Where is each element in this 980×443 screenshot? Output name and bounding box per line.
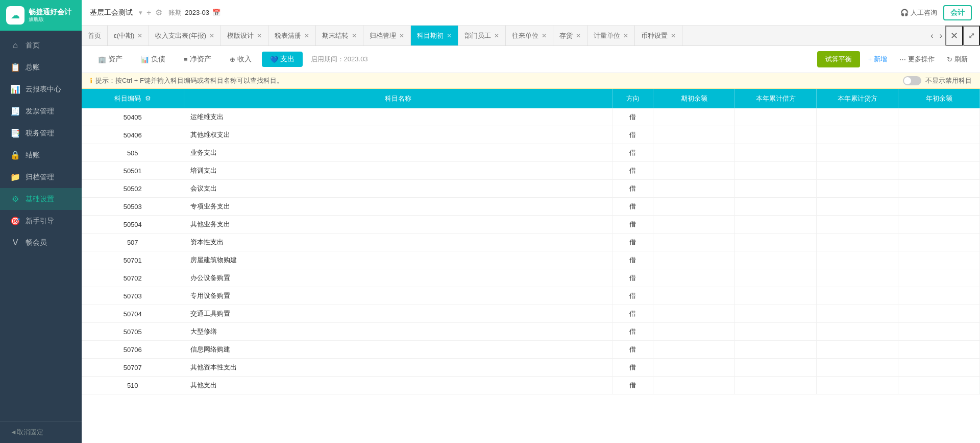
sub-tab-net_asset[interactable]: ≡ 净资产 (176, 52, 219, 67)
table-row[interactable]: 50706 信息网络购建 借 (82, 341, 980, 359)
tab-template[interactable]: 模版设计✕ (221, 26, 268, 46)
col-settings-icon[interactable]: ⚙ (145, 95, 151, 102)
table-row[interactable]: 50504 其他业务支出 借 (82, 216, 980, 234)
collapse-label: ◄取消固定 (10, 428, 43, 437)
main-area: 基层工会测试 ▾ + ⚙ 账期 2023-03 📅 🎧 人工咨询 会计 首页ε(… (82, 0, 980, 443)
tab-prev-btn[interactable]: ‹ (927, 26, 936, 46)
tab-partners[interactable]: 往来单位✕ (506, 26, 553, 46)
table-row[interactable]: 507 资本性支出 借 (82, 234, 980, 251)
cell-debit-2 (735, 144, 817, 162)
table-row[interactable]: 50503 专项业务支出 借 (82, 198, 980, 216)
cell-opening-3 (653, 162, 735, 180)
tab-tax[interactable]: 税表清册✕ (268, 26, 316, 46)
sidebar-item-archives[interactable]: 📁 归档管理 (0, 166, 82, 188)
tab-close-subject_init[interactable]: ✕ (447, 32, 452, 39)
sidebar-item-reports[interactable]: 📊 云报表中心 (0, 78, 82, 100)
tab-unit[interactable]: 计量单位✕ (587, 26, 635, 46)
table-row[interactable]: 50701 房屋建筑物购建 借 (82, 251, 980, 269)
sidebar-item-home[interactable]: ⌂ 首页 (0, 35, 82, 56)
dropdown-icon[interactable]: ▾ (139, 9, 142, 16)
cell-opening-7 (653, 234, 735, 251)
cell-name-4: 会议支出 (184, 180, 612, 198)
tab-stock[interactable]: 存货✕ (553, 26, 587, 46)
table-row[interactable]: 50707 其他资本性支出 借 (82, 359, 980, 377)
tab-close-stock[interactable]: ✕ (576, 32, 581, 39)
sub-tab-expenditure[interactable]: 💙 支出 (262, 52, 303, 67)
table-row[interactable]: 510 其他支出 借 (82, 377, 980, 394)
table-row[interactable]: 50704 交通工具购置 借 (82, 305, 980, 323)
table-row[interactable]: 50705 大型修缮 借 (82, 323, 980, 341)
cell-code-13: 50706 (82, 341, 184, 359)
tab-close-template[interactable]: ✕ (257, 32, 262, 39)
balance-button[interactable]: 试算平衡 (817, 51, 860, 67)
tab-close-currency[interactable]: ✕ (671, 32, 676, 39)
table-row[interactable]: 505 业务支出 借 (82, 144, 980, 162)
cell-name-3: 培训支出 (184, 162, 612, 180)
sidebar-item-guide[interactable]: 🎯 新手引导 (0, 210, 82, 232)
tab-expand-btn[interactable]: ⤢ (963, 26, 980, 46)
sidebar-item-invoice[interactable]: 🧾 发票管理 (0, 100, 82, 122)
tab-period_end[interactable]: 期末结转✕ (316, 26, 363, 46)
tab-close-partners[interactable]: ✕ (542, 32, 547, 39)
tab-close-all-btn[interactable]: ✕ (945, 26, 963, 46)
cell-direction-14: 借 (612, 359, 653, 377)
tab-close-period[interactable]: ✕ (137, 32, 142, 39)
tab-currency[interactable]: 币种设置✕ (635, 26, 682, 46)
tab-close-department[interactable]: ✕ (494, 32, 499, 39)
app-logo: ☁ 畅捷通好会计 旗舰版 (0, 0, 82, 31)
tab-label-subject_init: 科目期初 (417, 31, 444, 40)
tab-label-archive: 归档管理 (370, 31, 396, 40)
tab-next-btn[interactable]: › (937, 26, 945, 46)
account-badge[interactable]: 会计 (943, 5, 972, 20)
cell-name-0: 运维维支出 (184, 108, 612, 126)
table-row[interactable]: 50702 办公设备购置 借 (82, 269, 980, 287)
add-icon[interactable]: + (146, 8, 151, 17)
tab-income[interactable]: 收入支出表(年报)✕ (149, 26, 221, 46)
cell-credit-13 (817, 341, 898, 359)
tab-close-archive[interactable]: ✕ (399, 32, 404, 39)
table-row[interactable]: 50501 培训支出 借 (82, 162, 980, 180)
tab-close-income[interactable]: ✕ (209, 32, 214, 39)
sidebar-item-closing[interactable]: 🔒 结账 (0, 144, 82, 166)
period-value: 2023-03 (185, 9, 209, 16)
table-header-row: 科目编码 ⚙ 科目名称 方向 期初余额 本年累计借方 本年累计贷方 年初余额 (82, 89, 980, 108)
more-button[interactable]: ⋯ 更多操作 (895, 53, 939, 66)
add-button[interactable]: + 新增 (864, 53, 891, 66)
period-display: 启用期间：2023.03 (311, 55, 368, 64)
cell-year-open-14 (898, 359, 980, 377)
cell-name-10: 专用设备购置 (184, 287, 612, 305)
account-label: 会计 (950, 8, 965, 16)
cell-year-open-4 (898, 180, 980, 198)
sub-tab-income_tab[interactable]: ⊕ 收入 (222, 52, 260, 67)
table-row[interactable]: 50703 专用设备购置 借 (82, 287, 980, 305)
sidebar-item-settings[interactable]: ⚙ 基础设置 (0, 188, 82, 210)
sidebar-item-ledger[interactable]: 📋 总账 (0, 56, 82, 78)
sub-tab-label-income_tab: 收入 (237, 55, 252, 64)
tab-department[interactable]: 部门员工✕ (458, 26, 506, 46)
sub-tab-liability[interactable]: 📊 负债 (133, 52, 174, 67)
sidebar-item-member[interactable]: V 畅会员 (0, 232, 82, 253)
calendar-icon[interactable]: 📅 (212, 9, 220, 16)
cell-direction-0: 借 (612, 108, 653, 126)
table-row[interactable]: 50502 会议支出 借 (82, 180, 980, 198)
tab-subject_init[interactable]: 科目期初✕ (411, 26, 458, 46)
table-row[interactable]: 50406 其他维权支出 借 (82, 126, 980, 144)
table-row[interactable]: 50405 运维维支出 借 (82, 108, 980, 126)
tab-close-unit[interactable]: ✕ (623, 32, 628, 39)
settings-icon[interactable]: ⚙ (155, 8, 162, 17)
tab-period[interactable]: ε(中期)✕ (108, 26, 149, 46)
tab-archive[interactable]: 归档管理✕ (363, 26, 411, 46)
sub-tab-asset[interactable]: 🏢 资产 (90, 52, 131, 67)
info-icon: ℹ (90, 77, 92, 85)
tab-home[interactable]: 首页 (82, 26, 108, 46)
nav-label-home: 首页 (26, 41, 40, 50)
support-button[interactable]: 🎧 人工咨询 (900, 8, 937, 17)
disabled-toggle[interactable] (903, 76, 921, 85)
tab-close-period_end[interactable]: ✕ (352, 32, 357, 39)
refresh-button[interactable]: ↻ 刷新 (943, 53, 972, 66)
data-table-container[interactable]: 科目编码 ⚙ 科目名称 方向 期初余额 本年累计借方 本年累计贷方 年初余额 5… (82, 89, 980, 443)
sidebar-collapse-btn[interactable]: ◄取消固定 (0, 421, 82, 443)
sidebar-item-tax[interactable]: 📑 税务管理 (0, 122, 82, 144)
nav-label-reports: 云报表中心 (26, 85, 61, 94)
tab-close-tax[interactable]: ✕ (304, 32, 309, 39)
